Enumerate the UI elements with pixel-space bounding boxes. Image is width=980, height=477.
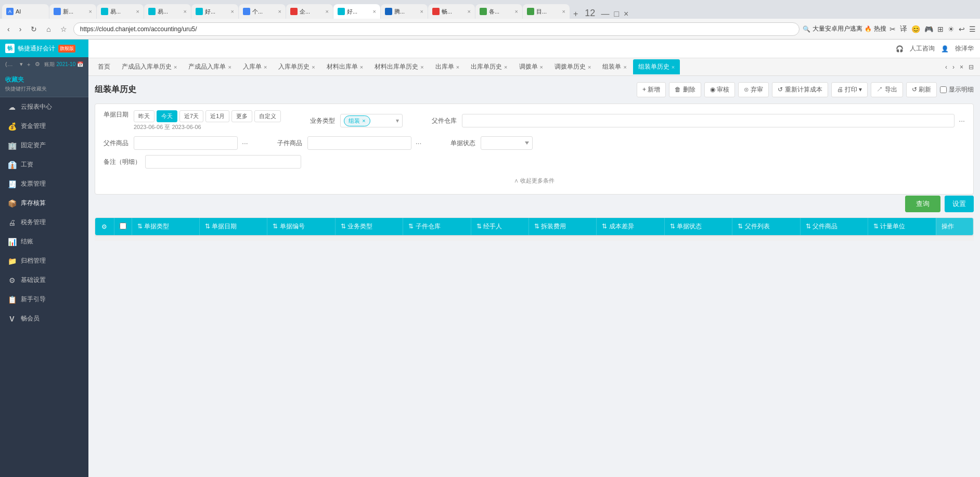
th-biz-type[interactable]: ⇅ 业务类型 (335, 218, 403, 235)
tab-close-icon[interactable]: × (456, 64, 459, 70)
th-parent-goods[interactable]: ⇅ 父件商品 (800, 218, 868, 235)
page-tab-out-history[interactable]: 出库单历史 × (466, 59, 512, 74)
bill-status-select[interactable] (481, 136, 533, 150)
tab-close-icon[interactable]: × (420, 64, 423, 70)
star-button[interactable]: ☆ (57, 23, 70, 35)
biz-type-dropdown-icon[interactable]: ▾ (396, 117, 399, 124)
menu-icon[interactable]: ☰ (969, 25, 976, 33)
parent-warehouse-input[interactable] (462, 114, 955, 127)
browser-tab-ge[interactable]: 个... × (239, 4, 286, 19)
tab-close-icon[interactable]: × (174, 64, 177, 70)
th-bill-no[interactable]: ⇅ 单据编号 (267, 218, 335, 235)
browser-tab-new[interactable]: 新... × (49, 4, 96, 19)
date-btn-yesterday[interactable]: 昨天 (134, 110, 154, 122)
page-tab-transfer[interactable]: 调拨单 × (514, 59, 548, 74)
sidebar-item-tax[interactable]: 🖨 税务管理 (0, 213, 88, 232)
browser-tab-ai[interactable]: A AI (2, 4, 49, 19)
sidebar-item-inventory[interactable]: 📦 库存核算 (0, 194, 88, 213)
th-parent-list[interactable]: ⇅ 父件列表 (732, 218, 800, 235)
browser-tab-yi1[interactable]: 易... × (97, 4, 144, 19)
game-icon[interactable]: 🎮 (924, 25, 933, 33)
tab-more-options[interactable]: ⊟ (966, 62, 976, 72)
add-company-icon[interactable]: + (27, 61, 30, 68)
close-window-button[interactable]: × (622, 9, 630, 19)
sidebar-item-member[interactable]: V 畅会员 (0, 309, 88, 328)
horizontal-scrollbar[interactable] (95, 236, 974, 241)
tab-close-icon[interactable]: × (623, 64, 626, 70)
period-value[interactable]: 2021-10 📅 (57, 61, 83, 67)
page-tab-assembly[interactable]: 组装单 × (597, 59, 631, 74)
th-child-warehouse[interactable]: ⇅ 子件仓库 (403, 218, 471, 235)
browser-tab-hao2[interactable]: 好... × (333, 4, 380, 19)
tab-close-icon[interactable]: × (540, 64, 543, 70)
customer-service-btn[interactable]: 人工咨询 (910, 44, 935, 53)
select-all-checkbox[interactable] (120, 223, 126, 229)
recalculate-cost-btn[interactable]: ↺ 重新计算成本 (772, 82, 828, 97)
sidebar-item-salary[interactable]: 👔 工资 (0, 155, 88, 174)
th-handler[interactable]: ⇅ 经手人 (471, 218, 528, 235)
date-btn-more[interactable]: 更多 (231, 110, 252, 122)
tab-close-icon[interactable]: × (588, 64, 591, 70)
tab-close-icon[interactable]: × (360, 64, 363, 70)
show-detail-checkbox[interactable] (940, 86, 947, 93)
browser-tab-mu[interactable]: 目... × (523, 4, 570, 19)
th-settings[interactable]: ⚙ (95, 218, 114, 235)
browser-tab-qi[interactable]: 企... × (286, 4, 333, 19)
maximize-button[interactable]: □ (612, 9, 621, 19)
th-unit[interactable]: ⇅ 计量单位 (868, 218, 936, 235)
page-tab-in-bill[interactable]: 入库单 × (238, 59, 272, 74)
audit-btn[interactable]: ◉ 审核 (704, 82, 735, 97)
sidebar-item-fund[interactable]: 💰 资金管理 (0, 117, 88, 136)
tab-close-icon[interactable]: × (228, 64, 231, 70)
parent-goods-more-icon[interactable]: ··· (242, 139, 248, 147)
date-btn-1month[interactable]: 近1月 (205, 110, 229, 122)
th-checkbox[interactable] (114, 218, 132, 235)
sidebar-item-fixed-assets[interactable]: 🏢 固定资产 (0, 136, 88, 155)
collapse-btn[interactable]: ∧ 收起更多条件 (514, 177, 555, 185)
th-bill-type[interactable]: ⇅ 单据类型 (132, 218, 199, 235)
parent-goods-input[interactable] (134, 136, 238, 150)
browser-tab-teng[interactable]: 腾... × (381, 4, 428, 19)
setting-btn[interactable]: 设置 (945, 196, 974, 212)
tab-close-icon[interactable]: × (672, 64, 675, 70)
query-btn[interactable]: 查询 (905, 196, 940, 212)
date-btn-custom[interactable]: 自定义 (254, 110, 281, 122)
tab-scroll-left[interactable]: ‹ (943, 62, 949, 72)
page-tab-out-bill[interactable]: 出库单 × (430, 59, 465, 74)
tab-close-icon[interactable]: × (504, 64, 507, 70)
tab-close-all[interactable]: × (958, 62, 965, 72)
sidebar-item-settings[interactable]: ⚙ 基础设置 (0, 270, 88, 290)
user-name[interactable]: 徐泽华 (955, 44, 974, 53)
forward-button[interactable]: › (16, 23, 25, 35)
date-btn-today[interactable]: 今天 (157, 110, 177, 122)
export-btn[interactable]: ↗ 导出 (871, 82, 902, 97)
page-tab-home[interactable]: 首页 (93, 59, 115, 74)
page-tab-production-in[interactable]: 产成品入库单 × (183, 59, 236, 74)
page-tab-transfer-history[interactable]: 调拨单历史 × (549, 59, 596, 74)
th-cost-diff[interactable]: ⇅ 成本差异 (597, 218, 664, 235)
settings-icon-small[interactable]: ⚙ (35, 61, 40, 68)
reload-button[interactable]: ↻ (28, 23, 40, 35)
browser-tab-yi2[interactable]: 易... × (144, 4, 191, 19)
unaudit-btn[interactable]: ⊙ 弃审 (738, 82, 769, 97)
page-tab-material-out[interactable]: 材料出库单 × (321, 59, 368, 74)
show-detail-checkbox-label[interactable]: 显示明细 (940, 85, 974, 94)
minimize-button[interactable]: — (599, 9, 611, 19)
child-goods-input[interactable] (307, 136, 411, 150)
sidebar-item-invoice[interactable]: 🧾 发票管理 (0, 174, 88, 194)
th-bill-status[interactable]: ⇅ 单据状态 (664, 218, 732, 235)
browser-tab-hao1[interactable]: 好... × (191, 4, 238, 19)
page-tab-production-in-history[interactable]: 产成品入库单历史 × (117, 59, 182, 74)
page-tab-material-out-history[interactable]: 材料出库单历史 × (369, 59, 429, 74)
print-btn[interactable]: 🖨 打印 ▾ (831, 82, 868, 97)
browser-tab-ge2[interactable]: 各... × (475, 4, 522, 19)
refresh-btn[interactable]: ↺ 刷新 (906, 82, 937, 97)
th-disassembly-fee[interactable]: ⇅ 拆装费用 (529, 218, 597, 235)
emoji-icon[interactable]: 😊 (911, 25, 920, 33)
parent-warehouse-more-icon[interactable]: ··· (959, 117, 965, 125)
delete-btn[interactable]: 🗑 删除 (669, 82, 701, 97)
undo-icon[interactable]: ↩ (959, 25, 965, 33)
cut-icon[interactable]: ✂ (889, 25, 896, 33)
page-tab-in-history[interactable]: 入库单历史 × (273, 59, 320, 74)
tab-close-icon[interactable]: × (264, 64, 267, 70)
